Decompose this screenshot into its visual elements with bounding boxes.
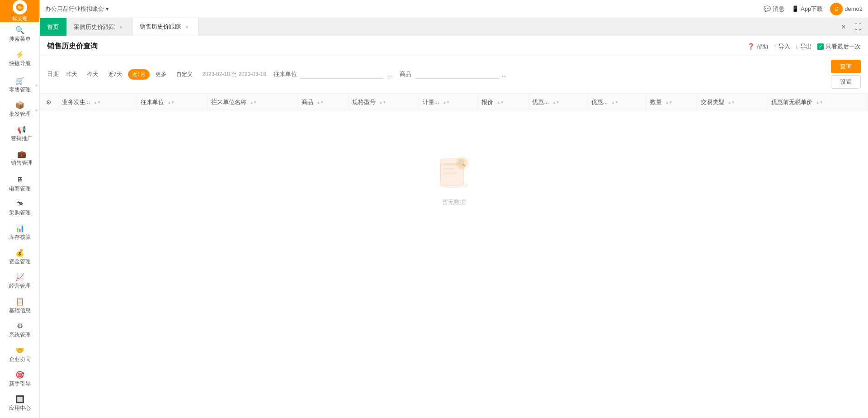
th-settings[interactable]: ⚙: [40, 94, 58, 111]
top-bar: 办公用品行业模拟账套 ▾ 💬 消息 📱 App下载 D demo2: [40, 0, 868, 18]
sidebar-item-label: 基础信息: [9, 307, 31, 314]
partner-dots[interactable]: ...: [387, 71, 392, 78]
sidebar-item-system[interactable]: ⚙ 系统管理: [0, 318, 39, 342]
message-icon: 💬: [764, 5, 771, 12]
date-pills: 昨天 今天 近7天 近1月 更多 自定义: [62, 69, 197, 80]
tab-home[interactable]: 首页: [40, 18, 66, 36]
th-biz-date[interactable]: 业务发生... ▲▼: [58, 94, 137, 111]
username-label: demo2: [844, 5, 863, 12]
th-partner-name[interactable]: 往来单位名称 ▲▼: [207, 94, 297, 111]
sort-arrows-icon: ▲▼: [167, 101, 175, 104]
export-action[interactable]: ↓ 导出: [796, 43, 812, 51]
th-partner-code[interactable]: 往来单位 ▲▼: [137, 94, 207, 111]
date-pill-more[interactable]: 更多: [151, 69, 170, 80]
goods-input[interactable]: [415, 70, 498, 79]
fullscreen-button[interactable]: ⛶: [852, 21, 864, 33]
sidebar-item-label: 企业协同: [9, 356, 31, 363]
sidebar-item-basic-info[interactable]: 📋 基础信息: [0, 294, 39, 318]
settings-button[interactable]: 设置: [831, 75, 861, 89]
sidebar-item-label: 批发管理: [9, 110, 31, 118]
partner-label: 往来单位: [274, 70, 297, 78]
app-center-icon: 🔲: [15, 395, 24, 404]
date-pill-today[interactable]: 今天: [83, 69, 102, 80]
sidebar-item-finance[interactable]: 💰 资金管理: [0, 245, 39, 269]
sidebar-item-marketing[interactable]: 📢 营销推广: [0, 122, 39, 146]
gear-icon: ⚙: [46, 99, 52, 106]
system-icon: ⚙: [17, 322, 23, 330]
enterprise-icon: 🤝: [15, 346, 24, 355]
th-trade-type[interactable]: 交易类型 ▲▼: [697, 94, 768, 111]
sidebar: 畅 标版规 🔍 搜索菜单 ⚡ 快捷导航 🛒 零售管理 ▾ 📦 批发管理 ▴ 📢 …: [0, 0, 40, 418]
page-title: 销售历史价查询: [47, 42, 98, 51]
logo-text: 标版规: [12, 15, 27, 22]
main-area: 办公用品行业模拟账套 ▾ 💬 消息 📱 App下载 D demo2 首页 采购历…: [40, 0, 868, 418]
sidebar-item-app-center[interactable]: 🔲 应用中心: [0, 391, 39, 416]
th-goods[interactable]: 商品 ▲▼: [297, 94, 348, 111]
tab-sales-close[interactable]: ×: [184, 23, 191, 30]
th-trade-type-label: 交易类型: [701, 99, 724, 105]
empty-row: 🔍 暂无数据: [40, 111, 868, 243]
goods-dots[interactable]: ...: [502, 71, 507, 78]
sort-arrows-icon: ▲▼: [816, 101, 823, 104]
tab-purchase-history[interactable]: 采购历史价跟踪 ×: [66, 18, 132, 36]
sidebar-item-label: 应用中心: [9, 404, 31, 412]
sidebar-item-quick-nav[interactable]: ⚡ 快捷导航: [0, 47, 39, 71]
th-partner-code-label: 往来单位: [141, 99, 164, 105]
th-discount2[interactable]: 优惠... ▲▼: [587, 94, 646, 111]
sort-arrows-icon: ▲▼: [665, 101, 673, 104]
sidebar-item-wechat[interactable]: 💬 企业微信: [0, 416, 39, 418]
industry-selector[interactable]: 办公用品行业模拟账套 ▾: [45, 5, 109, 13]
user-action[interactable]: D demo2: [830, 3, 863, 15]
import-icon: ↑: [774, 43, 777, 50]
purchase-icon: 🛍: [16, 200, 24, 208]
th-discount1[interactable]: 优惠... ▲▼: [528, 94, 587, 111]
th-no-tax-price[interactable]: 优惠前无税单价 ▲▼: [768, 94, 868, 111]
import-action[interactable]: ↑ 导入: [774, 43, 790, 51]
app-download-action[interactable]: 📱 App下载: [792, 5, 823, 13]
tab-sales-history[interactable]: 销售历史价跟踪 ×: [132, 18, 198, 36]
date-pill-last7[interactable]: 近7天: [104, 69, 126, 80]
query-button[interactable]: 查询: [831, 60, 861, 73]
chevron-right-icon: ▾: [35, 83, 38, 88]
only-last-checkbox[interactable]: ✓ 只看最后一次: [817, 43, 861, 51]
goods-filter-group: 商品 ...: [400, 70, 507, 79]
sort-arrows-icon: ▲▼: [443, 101, 450, 104]
ecommerce-icon: 🖥: [16, 176, 24, 184]
date-pill-yesterday[interactable]: 昨天: [62, 69, 81, 80]
tab-purchase-close[interactable]: ×: [118, 24, 125, 31]
sidebar-item-wholesale[interactable]: 📦 批发管理 ▴: [0, 97, 39, 122]
finance-icon: 💰: [15, 248, 24, 257]
logo-icon: 畅: [13, 0, 27, 14]
only-last-label: 只看最后一次: [826, 43, 861, 51]
sidebar-item-sales[interactable]: 💼 销售管理: [0, 146, 39, 171]
th-unit[interactable]: 计量... ▲▼: [419, 94, 477, 111]
dropdown-icon: ▾: [106, 5, 109, 12]
date-pill-last1m[interactable]: 近1月: [128, 69, 150, 80]
top-bar-left: 办公用品行业模拟账套 ▾: [45, 5, 109, 13]
date-pill-custom[interactable]: 自定义: [172, 69, 197, 80]
sidebar-item-label: 新手引导: [9, 380, 31, 388]
sort-arrows-icon: ▲▼: [379, 101, 386, 104]
tab-bar: 首页 采购历史价跟踪 × 销售历史价跟踪 × × ⛶: [40, 18, 868, 36]
close-window-button[interactable]: ×: [837, 21, 850, 33]
help-action[interactable]: ❓ 帮助: [747, 43, 768, 51]
empty-state: 🔍 暂无数据: [40, 111, 868, 242]
sidebar-item-purchase[interactable]: 🛍 采购管理: [0, 196, 39, 220]
sidebar-item-search-menu[interactable]: 🔍 搜索菜单: [0, 22, 39, 47]
sidebar-item-retail[interactable]: 🛒 零售管理 ▾: [0, 73, 39, 97]
sidebar-item-ecommerce[interactable]: 🖥 电商管理: [0, 172, 39, 196]
sidebar-item-inventory[interactable]: 📊 库存核算: [0, 220, 39, 245]
help-label: 帮助: [756, 43, 768, 51]
sidebar-item-operations[interactable]: 📈 经营管理: [0, 269, 39, 294]
sidebar-item-enterprise[interactable]: 🤝 企业协同: [0, 342, 39, 367]
sort-arrows-icon: ▲▼: [728, 101, 735, 104]
th-spec[interactable]: 规格型号 ▲▼: [348, 94, 419, 111]
partner-input[interactable]: [301, 70, 384, 79]
sidebar-item-newbie[interactable]: 🎯 新手引导: [0, 367, 39, 391]
message-action[interactable]: 💬 消息: [764, 5, 784, 13]
date-label: 日期: [47, 70, 59, 78]
th-price[interactable]: 报价 ▲▼: [478, 94, 528, 111]
sidebar-item-label: 经营管理: [9, 282, 31, 290]
help-icon: ❓: [747, 43, 755, 50]
th-quantity[interactable]: 数量 ▲▼: [646, 94, 697, 111]
